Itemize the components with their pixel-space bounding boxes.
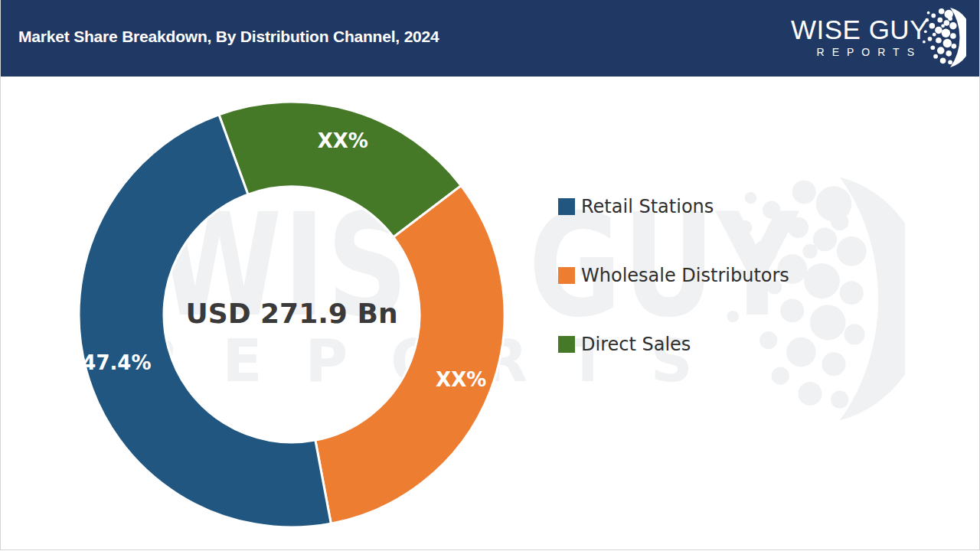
- chart-center-value: USD 271.9 Bn: [185, 298, 397, 329]
- infographic-canvas: WISE GUY REPORTS XX%XX%47.4% USD 271.9 B…: [0, 0, 980, 551]
- page-title: Market Share Breakdown, By Distribution …: [18, 28, 439, 46]
- legend-label: Direct Sales: [581, 334, 691, 355]
- legend-item-direct-sales: Direct Sales: [558, 335, 789, 354]
- header-bar: Market Share Breakdown, By Distribution …: [0, 0, 980, 77]
- legend-item-wholesale-distributors: Wholesale Distributors: [558, 266, 789, 285]
- legend-label: Wholesale Distributors: [581, 265, 789, 286]
- logo-reports-text: REPORTS: [817, 46, 922, 58]
- segment-label: XX%: [318, 129, 368, 152]
- legend-swatch: [558, 267, 575, 284]
- legend-swatch: [558, 336, 575, 353]
- legend-swatch: [558, 198, 575, 215]
- donut-chart: XX%XX%47.4%: [0, 0, 980, 551]
- segment-label: 47.4%: [82, 351, 151, 374]
- segment-label: XX%: [436, 368, 486, 391]
- wise-guy-reports-logo: WISE GUY REPORTS: [791, 4, 966, 70]
- legend-item-retail-stations: Retail Stations: [558, 197, 789, 216]
- donut-segment-wholesale-distributors: [315, 186, 505, 524]
- logo-head-icon: [908, 4, 966, 70]
- legend-label: Retail Stations: [581, 196, 714, 217]
- chart-legend: Retail Stations Wholesale Distributors D…: [558, 197, 789, 404]
